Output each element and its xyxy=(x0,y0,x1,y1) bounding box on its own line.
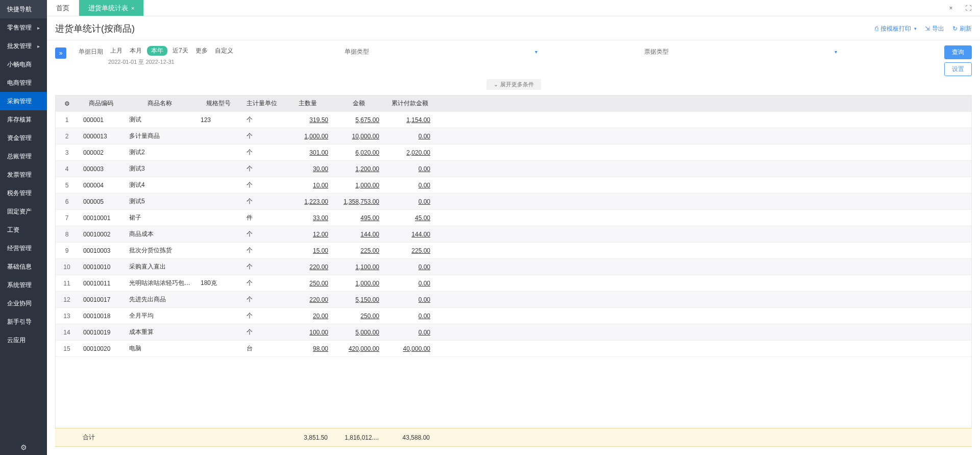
cell-amt[interactable]: 250.00 xyxy=(333,308,384,324)
cell-amt[interactable]: 1,000.00 xyxy=(333,177,384,194)
sidebar-item-5[interactable]: 采购管理 xyxy=(0,92,47,110)
sidebar-item-15[interactable]: 系统管理 xyxy=(0,276,47,294)
date-quick-本月[interactable]: 本月 xyxy=(128,45,144,56)
cell-paid[interactable]: 0.00 xyxy=(384,161,435,177)
table-row[interactable]: 800010002商品成本个12.00144.00144.00 xyxy=(56,226,971,243)
sidebar-item-4[interactable]: 电商管理 xyxy=(0,74,47,92)
table-row[interactable]: 6000005测试5个1,223.001,358,753.000.00 xyxy=(56,194,971,210)
cell-paid[interactable]: 45.00 xyxy=(384,210,435,226)
sidebar-item-0[interactable]: 快捷导航 xyxy=(0,0,47,18)
cell-paid[interactable]: 0.00 xyxy=(384,292,435,308)
sidebar-item-9[interactable]: 发票管理 xyxy=(0,165,47,184)
table-row[interactable]: 1500010020电脑台98.00420,000.0040,000.00 xyxy=(56,341,971,357)
sidebar-item-14[interactable]: 基础信息 xyxy=(0,257,47,276)
cell-qty[interactable]: 301.00 xyxy=(282,145,333,161)
cell-qty[interactable]: 10.00 xyxy=(282,177,333,194)
col-unit-header[interactable]: 主计量单位 xyxy=(241,95,282,112)
cell-paid[interactable]: 40,000.00 xyxy=(384,341,435,357)
date-quick-近7天[interactable]: 近7天 xyxy=(170,45,190,56)
cell-paid[interactable]: 225.00 xyxy=(384,243,435,259)
sidebar-item-17[interactable]: 新手引导 xyxy=(0,313,47,331)
table-row[interactable]: 1000010010采购直入直出个220.001,100.000.00 xyxy=(56,259,971,275)
cell-paid[interactable]: 0.00 xyxy=(384,308,435,324)
col-name-header[interactable]: 商品名称 xyxy=(124,95,195,112)
cell-paid[interactable]: 0.00 xyxy=(384,177,435,194)
cell-paid[interactable]: 0.00 xyxy=(384,259,435,275)
expand-more-filters[interactable]: ⌄ 展开更多条件 xyxy=(486,79,541,90)
table-row[interactable]: 700010001裙子件33.00495.0045.00 xyxy=(56,210,971,226)
table-row[interactable]: 20000013多计量商品个1,000.0010,000.000.00 xyxy=(56,128,971,145)
sidebar-settings[interactable]: ⚙ xyxy=(0,440,47,455)
refresh-action[interactable]: ↻ 刷新 xyxy=(952,25,972,33)
cell-qty[interactable]: 12.00 xyxy=(282,226,333,243)
query-button[interactable]: 查询 xyxy=(944,45,972,59)
cell-paid[interactable]: 1,154.00 xyxy=(384,112,435,128)
table-settings-header[interactable]: ⚙ xyxy=(56,95,78,112)
bill-type-select[interactable]: ▾ xyxy=(674,45,837,59)
col-qty-header[interactable]: 主数量 xyxy=(282,95,333,112)
tab-active[interactable]: 进货单统计表 × xyxy=(79,0,144,16)
cell-amt[interactable]: 5,150.00 xyxy=(333,292,384,308)
cell-paid[interactable]: 0.00 xyxy=(384,128,435,145)
cell-paid[interactable]: 0.00 xyxy=(384,324,435,341)
date-quick-本年[interactable]: 本年 xyxy=(147,46,167,56)
sidebar-item-11[interactable]: 固定资产 xyxy=(0,202,47,221)
sidebar-item-10[interactable]: 税务管理 xyxy=(0,184,47,202)
table-row[interactable]: 5000004测试4个10.001,000.000.00 xyxy=(56,177,971,194)
cell-amt[interactable]: 1,100.00 xyxy=(333,259,384,275)
cell-qty[interactable]: 15.00 xyxy=(282,243,333,259)
cell-paid[interactable]: 144.00 xyxy=(384,226,435,243)
tab-close-all[interactable]: × xyxy=(945,3,957,14)
cell-paid[interactable]: 2,020.00 xyxy=(384,145,435,161)
sidebar-item-2[interactable]: 批发管理▸ xyxy=(0,37,47,55)
filters-collapse-toggle[interactable]: » xyxy=(55,47,66,59)
sidebar-item-12[interactable]: 工资 xyxy=(0,221,47,239)
sidebar-item-18[interactable]: 云应用 xyxy=(0,331,47,349)
sidebar-item-16[interactable]: 企业协同 xyxy=(0,294,47,313)
table-row[interactable]: 1000001测试123个319.505,675.001,154.00 xyxy=(56,112,971,128)
cell-qty[interactable]: 98.00 xyxy=(282,341,333,357)
sidebar-item-8[interactable]: 总账管理 xyxy=(0,147,47,165)
cell-qty[interactable]: 220.00 xyxy=(282,292,333,308)
col-code-header[interactable]: 商品编码 xyxy=(78,95,124,112)
cell-qty[interactable]: 30.00 xyxy=(282,161,333,177)
col-amt-header[interactable]: 金额 xyxy=(333,95,384,112)
cell-paid[interactable]: 0.00 xyxy=(384,194,435,210)
sidebar-item-1[interactable]: 零售管理▸ xyxy=(0,18,47,37)
cell-qty[interactable]: 100.00 xyxy=(282,324,333,341)
cell-qty[interactable]: 20.00 xyxy=(282,308,333,324)
sidebar-item-7[interactable]: 资金管理 xyxy=(0,129,47,147)
cell-qty[interactable]: 319.50 xyxy=(282,112,333,128)
cell-amt[interactable]: 1,358,753.00 xyxy=(333,194,384,210)
cell-qty[interactable]: 33.00 xyxy=(282,210,333,226)
print-template-action[interactable]: ⎙ 按模板打印 ▾ xyxy=(875,25,917,33)
table-row[interactable]: 3000002测试2个301.006,020.002,020.00 xyxy=(56,145,971,161)
table-row[interactable]: 4000003测试3个30.001,200.000.00 xyxy=(56,161,971,177)
col-paid-header[interactable]: 累计付款金额 xyxy=(384,95,435,112)
cell-amt[interactable]: 5,000.00 xyxy=(333,324,384,341)
cell-paid[interactable]: 0.00 xyxy=(384,275,435,292)
table-row[interactable]: 900010003批次分货位拣货个15.00225.00225.00 xyxy=(56,243,971,259)
settings-button[interactable]: 设置 xyxy=(944,62,972,76)
tab-home[interactable]: 首页 xyxy=(47,0,79,16)
date-quick-自定义[interactable]: 自定义 xyxy=(213,45,235,56)
col-spec-header[interactable]: 规格型号 xyxy=(195,95,241,112)
table-row[interactable]: 1200010017先进先出商品个220.005,150.000.00 xyxy=(56,292,971,308)
cell-qty[interactable]: 1,000.00 xyxy=(282,128,333,145)
cell-qty[interactable]: 220.00 xyxy=(282,259,333,275)
doc-type-select[interactable]: ▾ xyxy=(374,45,537,59)
table-row[interactable]: 1300010018全月平均个20.00250.000.00 xyxy=(56,308,971,324)
cell-amt[interactable]: 225.00 xyxy=(333,243,384,259)
cell-amt[interactable]: 5,675.00 xyxy=(333,112,384,128)
cell-amt[interactable]: 1,000.00 xyxy=(333,275,384,292)
cell-amt[interactable]: 1,200.00 xyxy=(333,161,384,177)
cell-qty[interactable]: 1,223.00 xyxy=(282,194,333,210)
cell-amt[interactable]: 10,000.00 xyxy=(333,128,384,145)
sidebar-item-3[interactable]: 小畅电商 xyxy=(0,55,47,74)
export-action[interactable]: ⇲ 导出 xyxy=(925,25,944,33)
date-quick-上月[interactable]: 上月 xyxy=(108,45,125,56)
cell-qty[interactable]: 250.00 xyxy=(282,275,333,292)
date-quick-更多[interactable]: 更多 xyxy=(193,45,210,56)
table-row[interactable]: 1100010011光明咕浓咕浓轻巧包莱...180克个250.001,000.… xyxy=(56,275,971,292)
sidebar-item-6[interactable]: 库存核算 xyxy=(0,110,47,129)
